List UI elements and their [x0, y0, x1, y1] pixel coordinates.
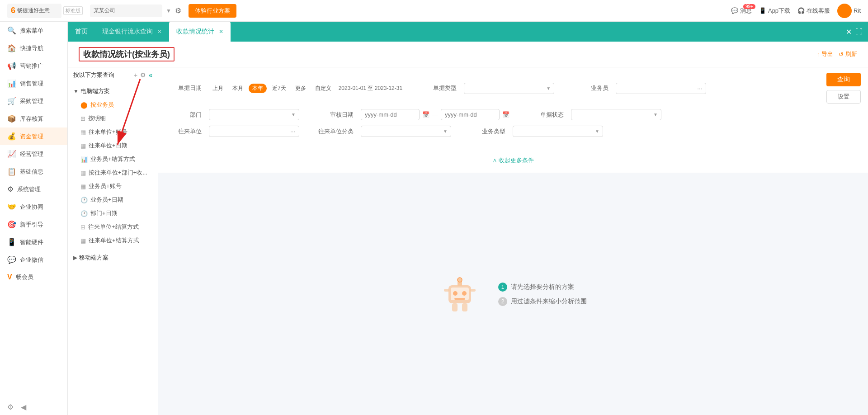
trial-btn[interactable]: 体验行业方案: [189, 4, 236, 18]
scheme-item-3[interactable]: ▦ 往来单位+日期: [68, 139, 158, 152]
salesperson-input-wrap[interactable]: ···: [616, 83, 706, 94]
scheme-item-0[interactable]: ⬤ 按业务员: [68, 98, 158, 112]
sidebar-settings-icon[interactable]: ⚙: [7, 403, 14, 411]
tab-bar-right: ✕ ⛶: [846, 28, 868, 36]
audit-date-from-calendar-icon[interactable]: 📅: [422, 111, 429, 118]
scheme-setting-btn[interactable]: ⚙: [140, 71, 146, 79]
scheme-item-1[interactable]: ⊞ 按明细: [68, 112, 158, 125]
tip-text-1: 请先选择要分析的方案: [511, 283, 574, 291]
scheme-item-icon-6: ▦: [80, 183, 86, 190]
sidebar-item-finance[interactable]: 💰 资金管理: [0, 127, 67, 145]
scheme-item-icon-2: ▦: [80, 129, 86, 136]
sidebar-item-marketing[interactable]: 📢 营销推广: [0, 57, 67, 75]
scheme-group-desktop-label: 电脑端方案: [80, 87, 110, 95]
page-header-actions: ↑ 导出 ↺ 刷新: [817, 50, 858, 58]
date-preset-last-month[interactable]: 上月: [209, 84, 227, 93]
scheme-item-7[interactable]: 🕐 业务员+日期: [68, 193, 158, 207]
refresh-btn[interactable]: ↺ 刷新: [839, 50, 857, 58]
tab-home[interactable]: 首页: [68, 22, 95, 42]
sidebar-item-corp[interactable]: 🤝 企业协同: [0, 198, 67, 216]
sidebar-item-member[interactable]: V 畅会员: [0, 269, 67, 286]
audit-date-to[interactable]: [441, 109, 500, 120]
scheme-item-label-10: 往来单位+结算方式: [89, 236, 139, 245]
scheme-collapse-btn[interactable]: «: [149, 71, 152, 79]
app-download-btn[interactable]: 📱 App下载: [759, 7, 790, 15]
message-btn[interactable]: 💬 消息 99+: [731, 7, 752, 15]
query-btn[interactable]: 查询: [826, 73, 861, 86]
purchase-icon: 🛒: [7, 97, 16, 105]
tab-fullscreen-icon[interactable]: ⛶: [855, 28, 863, 36]
scheme-group-desktop-header[interactable]: ▼ 电脑端方案: [68, 85, 158, 98]
sidebar-item-purchase[interactable]: 🛒 采购管理: [0, 92, 67, 110]
sidebar-label-smart-hw: 智能硬件: [20, 238, 43, 246]
sidebar-item-system[interactable]: ⚙ 系统管理: [0, 180, 67, 198]
sidebar-collapse-icon[interactable]: ◀: [21, 403, 26, 411]
gear-icon[interactable]: ⚙: [175, 6, 181, 15]
scheme-item-icon-8: 🕐: [80, 210, 88, 217]
user-area[interactable]: Rit: [837, 4, 861, 18]
salesperson-dots-icon[interactable]: ···: [697, 85, 702, 92]
date-presets: 上月 本月 本年 近7天 更多 自定义 2023-01-01 至 2023-12…: [209, 84, 402, 93]
audit-date-to-calendar-icon[interactable]: 📅: [502, 111, 509, 118]
online-service-btn[interactable]: 🎧 在线客服: [797, 7, 830, 15]
scheme-item-6[interactable]: ▦ 业务员+账号: [68, 179, 158, 193]
app-download-label: App下载: [768, 7, 790, 15]
scheme-item-8[interactable]: 🕐 部门+日期: [68, 207, 158, 220]
username: Rit: [854, 7, 861, 14]
sidebar-label-system: 系统管理: [17, 185, 41, 193]
filter-actions: 查询 设置: [826, 73, 861, 104]
sidebar-item-smart-hw[interactable]: 📱 智能硬件: [0, 233, 67, 251]
audit-date-from[interactable]: [361, 109, 420, 120]
sidebar-item-search[interactable]: 🔍 搜索菜单: [0, 22, 67, 39]
sidebar-item-sales[interactable]: 📊 销售管理: [0, 75, 67, 92]
date-preset-this-year[interactable]: 本年: [249, 84, 267, 93]
tip-num-1: 1: [498, 283, 507, 292]
sidebar: 🔍 搜索菜单 🏠 快捷导航 📢 营销推广 📊 销售管理 🛒 采购管: [0, 22, 68, 415]
scheme-item-4[interactable]: 📊 业务员+结算方式: [68, 152, 158, 166]
tab-receipt-stat-close[interactable]: ✕: [219, 28, 223, 35]
sidebar-item-inventory[interactable]: 📦 库存核算: [0, 110, 67, 127]
scheme-item-9[interactable]: ⊞ 往来单位+结算方式: [68, 220, 158, 234]
sidebar-item-guide[interactable]: 🎯 新手引导: [0, 216, 67, 233]
svg-point-2: [453, 291, 458, 296]
date-preset-more[interactable]: 更多: [292, 84, 310, 93]
page-main: 按以下方案查询 + ⚙ « ▼ 电脑端方案: [68, 67, 868, 415]
more-conditions-row: ∧ 收起更多条件: [158, 148, 868, 173]
business-type-select[interactable]: [513, 126, 603, 137]
scheme-item-2[interactable]: ▦ 往来单位+账号: [68, 125, 158, 139]
tab-bank-flow[interactable]: 现金银行流水查询 ✕: [95, 22, 169, 42]
scheme-item-icon-5: ▦: [80, 170, 86, 176]
dept-select[interactable]: [209, 109, 299, 120]
doc-type-select[interactable]: [464, 83, 554, 94]
sidebar-item-quick-nav[interactable]: 🏠 快捷导航: [0, 39, 67, 57]
tab-receipt-stat[interactable]: 收款情况统计 ✕: [169, 22, 231, 42]
sidebar-item-operations[interactable]: 📈 经营管理: [0, 145, 67, 163]
export-btn[interactable]: ↑ 导出: [817, 50, 834, 58]
svg-point-3: [462, 291, 467, 296]
workspace-selector[interactable]: 某某公司: [90, 5, 162, 17]
sidebar-label-corp: 企业协同: [20, 203, 43, 211]
doc-status-select[interactable]: [571, 109, 661, 120]
workspace-dropdown-icon[interactable]: ▼: [166, 8, 171, 14]
scheme-item-5[interactable]: ▦ 按往来单位+部门+收...: [68, 166, 158, 179]
setting-btn[interactable]: 设置: [826, 90, 861, 104]
tab-home-label: 首页: [75, 28, 88, 36]
counterpart-input-wrap[interactable]: ···: [209, 126, 299, 137]
scheme-item-10[interactable]: ▦ 往来单位+结算方式: [68, 234, 158, 247]
sidebar-item-basic-info[interactable]: 📋 基础信息: [0, 163, 67, 180]
date-preset-custom[interactable]: 自定义: [311, 84, 335, 93]
tab-close-all-icon[interactable]: ✕: [846, 28, 852, 36]
business-type-select-wrap: ▼: [513, 126, 603, 137]
tab-bank-flow-close[interactable]: ✕: [157, 28, 162, 35]
counterpart-dots-icon[interactable]: ···: [290, 128, 295, 135]
download-icon: 📱: [759, 7, 766, 14]
sidebar-label-basic-info: 基础信息: [20, 168, 43, 176]
counterpart-category-select[interactable]: [361, 126, 451, 137]
sidebar-item-wechat[interactable]: 💬 企业微信: [0, 251, 67, 269]
scheme-group-mobile-header[interactable]: ▶ 移动端方案: [68, 251, 158, 264]
date-preset-this-month[interactable]: 本月: [229, 84, 247, 93]
page-body: 收款情况统计(按业务员) ↑ 导出 ↺ 刷新: [68, 42, 868, 415]
scheme-add-btn[interactable]: +: [134, 71, 137, 79]
collapse-more-btn[interactable]: ∧ 收起更多条件: [492, 156, 534, 165]
date-preset-7days[interactable]: 近7天: [269, 84, 290, 93]
